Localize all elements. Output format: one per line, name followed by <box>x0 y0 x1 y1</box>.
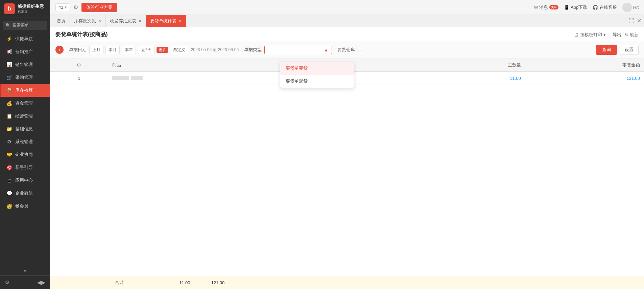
sidebar-search-label: 搜索菜单 <box>13 22 29 28</box>
header-gear-icon[interactable]: ⚙ <box>73 4 78 10</box>
sidebar-footer: ⚙ ◀▶ <box>0 275 50 289</box>
user-name: Rit <box>633 5 639 10</box>
tab-receive-summary-close-icon[interactable]: ✕ <box>138 19 142 23</box>
app-download-action[interactable]: 📱 App下载 <box>564 4 587 10</box>
col-settings-icon[interactable]: ⚙ <box>77 62 81 68</box>
sidebar-item-label: 应用中心 <box>15 177 33 183</box>
sidebar-item-marketing[interactable]: 📢 营销推广 <box>0 45 50 58</box>
guide-icon: 🎯 <box>6 165 13 170</box>
online-service-label: 在线客服 <box>599 4 617 10</box>
tab-receive-summary-label: 收发存汇总表 <box>110 18 136 24</box>
tab-home[interactable]: 首页 <box>53 15 70 27</box>
more-date-badge[interactable]: 更多 <box>157 47 168 53</box>
messages-label: 消息 <box>539 4 548 10</box>
date-range-display: 2023-05-06 至 2023-06-06 <box>191 47 239 53</box>
cell-retail-amount[interactable]: 121.00 <box>525 72 644 85</box>
sidebar-item-label: 销售管理 <box>15 62 33 68</box>
cell-qty[interactable]: 11.00 <box>426 72 525 85</box>
sidebar-item-system[interactable]: ⚙ 系统管理 <box>0 135 50 148</box>
last-month-btn[interactable]: 上月 <box>89 46 103 54</box>
type-select-box[interactable]: ▲ <box>264 46 332 54</box>
sidebar-item-label: 经营管理 <box>15 113 33 119</box>
sidebar-item-enterprise[interactable]: 🤝 企业协同 <box>0 148 50 161</box>
sidebar-item-purchase[interactable]: 🛒 采购管理 <box>0 71 50 84</box>
type-filter-group: 单据类型 ▲ <box>244 46 332 54</box>
operation-icon: 📋 <box>6 113 13 119</box>
sidebar-item-finance[interactable]: 💰 资金管理 <box>0 97 50 110</box>
main-content: 41 ▾ ⚙ 体验行业方案 ✉ 消息 99+ 📱 App下载 🎧 在线客服 R <box>50 0 644 289</box>
sidebar-item-sales[interactable]: 📊 销售管理 <box>0 58 50 71</box>
trial-btn[interactable]: 体验行业方案 <box>81 3 117 12</box>
sidebar-item-wechat[interactable]: 💬 企业微信 <box>0 187 50 200</box>
tab-close-all-icon[interactable]: ✕ <box>637 18 641 24</box>
tab-order-stats-close-icon[interactable]: ✕ <box>178 19 182 23</box>
top-header: 41 ▾ ⚙ 体验行业方案 ✉ 消息 99+ 📱 App下载 🎧 在线客服 R <box>50 0 644 15</box>
setting-btn[interactable]: 设置 <box>620 45 639 55</box>
query-btn[interactable]: 查询 <box>596 45 617 55</box>
app-download-label: App下载 <box>571 4 587 10</box>
tab-inventory-batch-label: 库存批次账 <box>74 18 96 24</box>
this-year-btn[interactable]: 本年 <box>122 46 136 54</box>
export-label: 导出 <box>613 32 621 38</box>
footer-qty: 11.00 <box>179 280 190 285</box>
sidebar-item-inventory[interactable]: 📦 库存核算 <box>0 84 50 97</box>
filter-more-icon[interactable]: ⋯ <box>358 47 363 53</box>
page-content: 要货单统计表(按商品) 🖨 按模板打印 ▾ ↓ 导出 ↻ 刷新 › <box>50 27 644 289</box>
user-profile[interactable]: Rit <box>622 3 639 12</box>
sidebar-item-quick-nav[interactable]: ⚡ 快捷导航 <box>0 32 50 45</box>
refresh-action[interactable]: ↻ 刷新 <box>625 32 639 38</box>
dropdown-item-yaohuo[interactable]: 要货单要货 <box>280 62 354 75</box>
messages-action[interactable]: ✉ 消息 99+ <box>534 4 558 10</box>
wechat-icon: 💬 <box>6 191 13 196</box>
sidebar-item-label: 采购管理 <box>15 74 33 81</box>
page-title: 要货单统计表(按商品) <box>55 31 108 38</box>
tab-inventory-batch[interactable]: 库存批次账 ✕ <box>70 15 106 27</box>
print-chevron-icon: ▾ <box>603 32 606 37</box>
sidebar-scroll-down[interactable]: ▼ <box>0 266 50 275</box>
sidebar-toggle-icon[interactable]: ◀▶ <box>37 279 45 286</box>
refresh-icon: ↻ <box>625 32 628 37</box>
filter-expand-btn[interactable]: › <box>55 46 64 54</box>
sidebar-item-app-center[interactable]: 📱 应用中心 <box>0 174 50 187</box>
sidebar-item-label: 新手引导 <box>15 164 33 171</box>
sidebar-item-basic-info[interactable]: 📁 基础信息 <box>0 123 50 135</box>
product-placeholder <box>112 76 283 80</box>
tab-home-label: 首页 <box>57 18 66 24</box>
custom-date-btn[interactable]: 自定义 <box>170 46 188 54</box>
sidebar-search[interactable]: 🔍 搜索菜单 <box>3 21 47 30</box>
sidebar-item-guide[interactable]: 🎯 新手引导 <box>0 161 50 174</box>
sidebar: b 畅捷通好生意 标准版 🔍 搜索菜单 ⚡ 快捷导航 📢 营销推广 📊 销售管理… <box>0 0 50 289</box>
headset-icon: 🎧 <box>593 5 598 10</box>
footer-retail-amount: 121.00 <box>211 280 225 285</box>
filter-actions: 查询 设置 <box>596 45 639 55</box>
sidebar-item-operation[interactable]: 📋 经营管理 <box>0 110 50 123</box>
print-action[interactable]: 🖨 按模板打印 ▾ <box>574 32 606 38</box>
tab-inventory-batch-close-icon[interactable]: ✕ <box>98 19 101 23</box>
tab-maximize-icon[interactable]: ⛶ <box>629 18 634 24</box>
tab-order-stats-label: 要货单统计表 <box>150 18 176 24</box>
tab-order-stats[interactable]: 要货单统计表 ✕ <box>146 15 186 27</box>
settings-icon[interactable]: ⚙ <box>5 279 9 286</box>
breadcrumb-select[interactable]: 41 ▾ <box>55 3 70 11</box>
tab-receive-summary[interactable]: 收发存汇总表 ✕ <box>106 15 146 27</box>
last-7days-btn[interactable]: 近7天 <box>138 46 154 54</box>
col-settings: ⚙ <box>50 59 108 72</box>
sidebar-item-label: 库存核算 <box>15 87 33 93</box>
export-action[interactable]: ↓ 导出 <box>609 32 622 38</box>
type-filter-label: 单据类型 <box>244 47 262 53</box>
messages-icon: ✉ <box>534 5 538 10</box>
basic-info-icon: 📁 <box>6 126 13 132</box>
purchase-icon: 🛒 <box>6 75 13 80</box>
sidebar-item-member[interactable]: 👑 畅会员 <box>0 200 50 213</box>
type-select-chevron-icon: ▲ <box>324 47 328 52</box>
warehouse-filter-group: 要货仓库 ⋯ <box>337 47 363 53</box>
online-service-action[interactable]: 🎧 在线客服 <box>593 4 617 10</box>
dropdown-item-label: 要货单退货 <box>286 79 308 84</box>
user-avatar <box>622 3 632 12</box>
this-month-btn[interactable]: 本月 <box>105 46 120 54</box>
app-center-icon: 📱 <box>6 178 13 183</box>
col-retail-amount: 零售金额 <box>525 59 644 72</box>
messages-badge: 99+ <box>549 5 558 9</box>
dropdown-item-tuihuo[interactable]: 要货单退货 <box>280 75 354 88</box>
sidebar-logo: b 畅捷通好生意 标准版 <box>0 0 50 18</box>
